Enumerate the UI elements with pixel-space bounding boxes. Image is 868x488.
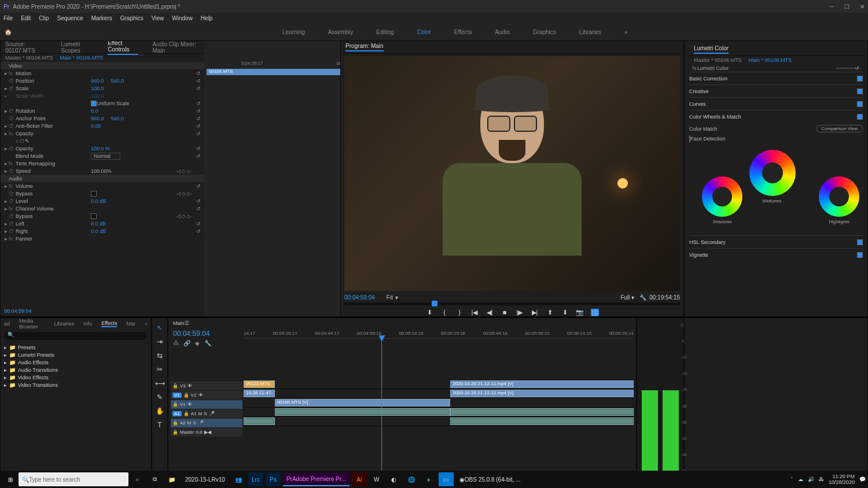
tab-source[interactable]: Source: 00107.MTS (5, 41, 47, 54)
scale-value[interactable]: 100.0 (91, 86, 104, 91)
lumetri-effect-name[interactable]: Lumetri Color (697, 65, 836, 71)
opacity-value[interactable]: 100.0 % (91, 146, 110, 151)
pen-tool[interactable]: ✎ (157, 393, 163, 401)
workspace-libraries[interactable]: Libraries (579, 29, 601, 35)
taskbar-folder-label[interactable]: 2020-15-LRv10 (182, 472, 229, 486)
fx-panner[interactable]: Panner (16, 236, 91, 242)
menu-file[interactable]: File (3, 15, 13, 21)
menu-graphics[interactable]: Graphics (120, 15, 144, 21)
track-v1[interactable]: 00106.MTS [V] (244, 399, 634, 408)
comparison-view-icon[interactable]: ◫ (591, 309, 599, 316)
play-button[interactable]: ■ (501, 309, 509, 316)
step-forward-icon[interactable]: |▶ (516, 309, 524, 316)
linked-selection-icon[interactable]: 🔗 (183, 340, 190, 346)
clip-v3b[interactable]: 2020-10-28 21-12-11.mp4 [V] (450, 380, 634, 388)
workspace-color[interactable]: Color (417, 29, 431, 35)
speed-value[interactable]: 100.00% (91, 168, 112, 174)
fx-motion[interactable]: Motion (16, 71, 91, 76)
taskbar-search-input[interactable]: 🔍 Type here to search (19, 472, 128, 486)
vignette-checkbox[interactable] (857, 252, 863, 258)
curves-checkbox[interactable] (857, 101, 863, 107)
level-value[interactable]: 0.0 dB (91, 198, 106, 204)
clip-v2a[interactable]: 10-28 11-47-35.mp4 (244, 390, 275, 397)
section-curves[interactable]: Curves (689, 101, 706, 107)
tab-libraries[interactable]: Libraries (54, 321, 75, 327)
premiere-taskbar-icon[interactable]: Pr Adobe Premiere Pr... (283, 472, 350, 486)
maximize-button[interactable]: ☐ (844, 3, 849, 10)
workspace-effects[interactable]: Effects (454, 29, 472, 35)
selection-tool[interactable]: ↖ (157, 324, 163, 332)
clip-a2b[interactable] (450, 417, 634, 425)
task-view-icon[interactable]: ⧉ (147, 472, 162, 486)
lightroom-classic-icon[interactable]: Lrc (248, 472, 263, 486)
fx-speed[interactable]: Speed (16, 168, 91, 174)
app-icon-blue[interactable]: ▭ (439, 472, 454, 486)
rotation-value[interactable]: 0.0 (91, 108, 98, 114)
clip-v3a[interactable]: 00123.MTS (244, 380, 275, 388)
track-header-a1[interactable]: A1🔒A1MS🎤 (171, 409, 242, 418)
right-value[interactable]: 0.0 dB (91, 228, 106, 234)
fx-scale[interactable]: Scale (16, 86, 91, 91)
fx-opacity-group[interactable]: Opacity (16, 131, 91, 136)
fx-channel-volume[interactable]: Channel Volume (16, 206, 91, 212)
workspace-assembly[interactable]: Assembly (328, 29, 353, 35)
export-frame-icon[interactable]: 📷 (576, 309, 584, 316)
go-to-out-icon[interactable]: ▶| (531, 309, 539, 316)
tab-program[interactable]: Program: Main (345, 43, 384, 51)
fx-rotation[interactable]: Rotation (16, 108, 91, 114)
track-v3[interactable]: 00123.MTS 2020-10-28 21-12-11.mp4 [V] (244, 380, 634, 389)
tray-volume-icon[interactable]: 🔊 (808, 476, 814, 482)
fx-bypass2[interactable]: Bypass (16, 213, 91, 219)
shadows-color-wheel[interactable] (702, 176, 742, 217)
tab-audio-clip-mixer[interactable]: Audio Clip Mixer: Main (152, 41, 200, 54)
timeline-sequence-tab[interactable]: Main (173, 320, 185, 326)
type-tool[interactable]: T (157, 421, 161, 429)
home-button[interactable]: 🏠 (0, 29, 16, 35)
tab-project-ed[interactable]: ed (4, 321, 10, 327)
tab-info[interactable]: Info (83, 321, 92, 327)
section-vignette[interactable]: Vignette (689, 252, 708, 258)
clip-a1a[interactable] (275, 408, 450, 416)
program-resolution-select[interactable]: Full (620, 294, 630, 301)
tray-date[interactable]: 10/28/2020 (829, 479, 855, 485)
app-icon-ring[interactable]: ◐ (387, 472, 402, 486)
snap-icon[interactable]: ⁂ (173, 340, 179, 346)
workspace-learning[interactable]: Learning (282, 29, 305, 35)
hand-tool[interactable]: ✋ (156, 407, 164, 415)
fx-right[interactable]: Right (16, 228, 91, 234)
fx-time-remap[interactable]: Time Remapping (16, 161, 91, 167)
fx-bypass[interactable]: Bypass (16, 191, 91, 197)
fx-anchor[interactable]: Anchor Point (16, 116, 91, 121)
track-header-master[interactable]: 🔒Master0.0▶◀ (171, 428, 242, 437)
tab-media-browser[interactable]: Media Browser (19, 318, 45, 330)
mark-out-icon[interactable]: } (455, 309, 464, 316)
workspace-audio[interactable]: Audio (495, 29, 510, 35)
comparison-view-button[interactable]: Comparison View (816, 125, 863, 132)
minimize-button[interactable]: ─ (830, 3, 834, 10)
color-wheels-checkbox[interactable] (857, 114, 863, 120)
fx-left[interactable]: Left (16, 221, 91, 227)
go-to-in-icon[interactable]: |◀ (470, 309, 479, 316)
fx-level[interactable]: Level (16, 198, 91, 204)
timeline-playhead[interactable] (381, 339, 382, 480)
track-header-a2[interactable]: 🔒A2MS🎤 (171, 419, 242, 427)
blend-mode-select[interactable]: Normal (91, 153, 120, 160)
fx-flicker[interactable]: Anti-flicker Filter (16, 123, 91, 129)
add-marker-icon[interactable]: ⬇ (425, 309, 433, 316)
clip-v2b[interactable]: 2020-10-28 21-12-11.mp4 [V] (450, 390, 634, 397)
close-button[interactable]: ✕ (860, 3, 865, 10)
section-color-wheels[interactable]: Color Wheels & Match (689, 114, 741, 120)
tab-mar[interactable]: Mar (126, 321, 135, 327)
menu-edit[interactable]: Edit (21, 15, 31, 21)
tray-chevron-icon[interactable]: ˄ (790, 476, 793, 482)
reset-icon[interactable]: ↺ (196, 71, 201, 76)
settings-icon[interactable]: 🔧 (204, 340, 211, 346)
flicker-value[interactable]: 0.00 (91, 123, 101, 129)
spotify-icon[interactable]: ● (421, 472, 436, 486)
workspace-overflow[interactable]: » (624, 29, 628, 35)
section-basic-correction[interactable]: Basic Correction (689, 76, 727, 82)
highlights-color-wheel[interactable] (819, 176, 859, 217)
tab-effects[interactable]: Effects (101, 320, 117, 327)
tray-time[interactable]: 11:20 PM (829, 474, 855, 479)
razor-tool[interactable]: ✂ (157, 365, 163, 374)
